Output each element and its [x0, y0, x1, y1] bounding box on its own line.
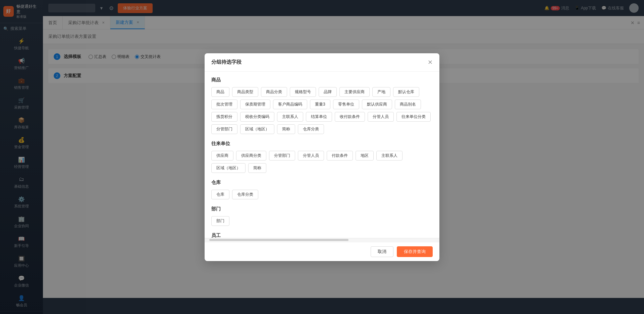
- field-tag-goods[interactable]: 商品: [211, 87, 229, 97]
- modal-hscroll[interactable]: [205, 238, 439, 242]
- field-tag-main-contact2[interactable]: 主联系人: [376, 151, 402, 161]
- field-tags-warehouse: 仓库仓库分类: [211, 190, 433, 199]
- modal-footer: 取消 保存并查询: [205, 242, 439, 261]
- field-tag-pick-points[interactable]: 拣货积分: [211, 112, 237, 122]
- field-tag-default-supplier[interactable]: 默认供应商: [362, 100, 392, 109]
- field-tag-customer-code[interactable]: 客户商品编码: [273, 100, 307, 109]
- field-tag-supplier-cat[interactable]: 供应商分类: [236, 151, 266, 161]
- field-tags-dept-section: 部门: [211, 216, 433, 226]
- field-section-staff: 员工业务员: [211, 233, 433, 238]
- field-tag-origin[interactable]: 产地: [372, 87, 390, 97]
- cancel-button[interactable]: 取消: [371, 246, 393, 257]
- field-tag-supplier[interactable]: 供应商: [211, 151, 233, 161]
- modal-body[interactable]: 商品商品商品类型商品分类规格型号品牌主要供应商产地默认仓库批次管理保质期管理客户…: [205, 72, 439, 238]
- field-tag-abbr2[interactable]: 简称: [248, 163, 266, 173]
- field-select-modal: 分组待选字段 ✕ 商品商品商品类型商品分类规格型号品牌主要供应商产地默认仓库批次…: [205, 53, 439, 261]
- field-section-dept-section: 部门部门: [211, 206, 433, 226]
- field-section-title-partner: 往来单位: [211, 141, 433, 147]
- field-tag-goods-cat[interactable]: 商品分类: [261, 87, 287, 97]
- field-tag-batch-mgmt[interactable]: 批次管理: [211, 100, 237, 109]
- field-tag-main-contact[interactable]: 主联系人: [277, 112, 303, 122]
- field-section-goods: 商品商品商品类型商品分类规格型号品牌主要供应商产地默认仓库批次管理保质期管理客户…: [211, 77, 433, 134]
- field-tag-wh-cat[interactable]: 仓库分类: [298, 124, 324, 134]
- field-tag-quality-mgmt[interactable]: 保质期管理: [240, 100, 270, 109]
- field-tag-from-unit-cat[interactable]: 往来单位分类: [396, 112, 431, 122]
- field-section-title-warehouse: 仓库: [211, 180, 433, 186]
- field-section-warehouse: 仓库仓库仓库分类: [211, 180, 433, 199]
- field-tag-area2[interactable]: 区域（地区）: [211, 163, 246, 173]
- modal-close-icon[interactable]: ✕: [428, 59, 433, 66]
- field-tag-brand[interactable]: 品牌: [319, 87, 337, 97]
- field-tags-goods: 商品商品类型商品分类规格型号品牌主要供应商产地默认仓库批次管理保质期管理客户商品…: [211, 87, 433, 134]
- field-tag-area[interactable]: 区域（地区）: [240, 124, 274, 134]
- field-tag-goods-type[interactable]: 商品类型: [232, 87, 258, 97]
- field-tag-tax-code[interactable]: 税收分类编码: [240, 112, 274, 122]
- field-section-title-staff: 员工: [211, 233, 433, 238]
- field-tag-main-supplier[interactable]: 主要供应商: [339, 87, 370, 97]
- field-tag-spec-type[interactable]: 规格型号: [290, 87, 316, 97]
- field-tag-abbr[interactable]: 简称: [277, 124, 295, 134]
- field-tag-department[interactable]: 部门: [211, 216, 229, 226]
- field-tag-wh-category[interactable]: 仓库分类: [232, 190, 258, 199]
- field-section-partner: 往来单位供应商供应商分类分管部门分管人员付款条件地区主联系人区域（地区）简称: [211, 141, 433, 173]
- field-tag-region[interactable]: 地区: [356, 151, 374, 161]
- field-section-title-goods: 商品: [211, 77, 433, 83]
- field-tag-mgmt-dept[interactable]: 分管部门: [269, 151, 295, 161]
- field-tag-mgmt-staff[interactable]: 分管人员: [298, 151, 324, 161]
- modal-header: 分组待选字段 ✕: [205, 53, 439, 72]
- field-tags-partner: 供应商供应商分类分管部门分管人员付款条件地区主联系人区域（地区）简称: [211, 151, 433, 173]
- field-section-title-dept-section: 部门: [211, 206, 433, 212]
- confirm-button[interactable]: 保存并查询: [397, 246, 433, 257]
- field-tag-settle-unit[interactable]: 结算单位: [306, 112, 332, 122]
- field-tag-default-wh[interactable]: 默认仓库: [393, 87, 419, 97]
- field-tag-wh[interactable]: 仓库: [211, 190, 229, 199]
- field-tag-pay-terms[interactable]: 付款条件: [327, 151, 353, 161]
- field-tag-retail-unit[interactable]: 零售单位: [333, 100, 359, 109]
- field-tag-weight3[interactable]: 重量3: [310, 100, 330, 109]
- modal-title: 分组待选字段: [211, 59, 241, 65]
- field-tag-manager[interactable]: 分管人员: [368, 112, 394, 122]
- field-tag-dept[interactable]: 分管部门: [211, 124, 237, 134]
- field-tag-payment-terms[interactable]: 收付款条件: [335, 112, 365, 122]
- field-tag-goods-alias[interactable]: 商品别名: [395, 100, 421, 109]
